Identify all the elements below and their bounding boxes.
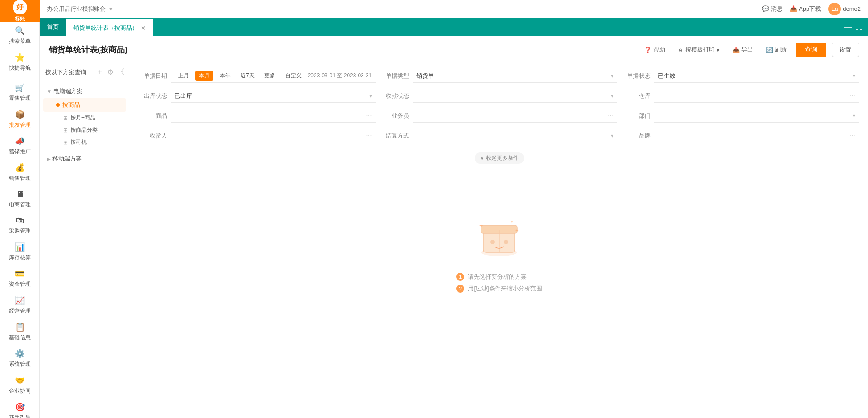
sidebar-item-quick-nav[interactable]: ⭐ 快捷导航 [0, 49, 40, 76]
sidebar-item-purchase[interactable]: 🛍 采购管理 [0, 212, 40, 238]
brand-filter[interactable]: ··· [654, 129, 859, 142]
date-btn-7days[interactable]: 近7天 [237, 71, 258, 81]
date-btn-this-year[interactable]: 本年 [216, 71, 234, 81]
sidebar-item-label: 企业协同 [9, 387, 31, 395]
app-download-label: App下载 [799, 5, 821, 13]
query-btn[interactable]: 查询 [796, 43, 826, 57]
marketing-icon: 📣 [15, 136, 25, 146]
sidebar-item-operation[interactable]: 📈 经营管理 [0, 292, 40, 318]
date-quick-btns: 上月 本月 本年 近7天 更多 自定义 [175, 71, 305, 81]
tab-home[interactable]: 首页 [40, 18, 66, 36]
quick-nav-icon: ⭐ [15, 52, 25, 62]
refresh-btn[interactable]: 🔄 刷新 [762, 44, 790, 56]
top-header: 办公用品行业模拟账套 ▾ 💬 消息 📥 App下载 Ea demo2 [40, 0, 868, 18]
sidebar-item-marketing[interactable]: 📣 营销推广 [0, 133, 40, 159]
template-print-btn[interactable]: 🖨 按模板打印 ▾ [674, 44, 723, 56]
tab-sales-stat[interactable]: 销货单统计表（按商品） ✕ [66, 19, 153, 37]
settings-btn[interactable]: 设置 [832, 43, 859, 57]
user-menu[interactable]: Ea demo2 [828, 3, 861, 15]
sidebar-item-retail[interactable]: 🛒 零售管理 [0, 79, 40, 106]
payment-status-filter[interactable]: ▾ [413, 89, 618, 103]
add-scheme-btn[interactable]: ＋ [96, 67, 104, 77]
settlement-filter[interactable]: ▾ [413, 129, 618, 142]
tree-item-by-product-category[interactable]: ⊞ 按商品分类 [43, 124, 126, 136]
sidebar-item-search[interactable]: 🔍 搜索菜单 [0, 22, 40, 49]
empty-state: ✦ ✦ ✦ 1 请先选择要分析的方案 2 [130, 173, 868, 329]
doc-status-dropdown[interactable]: ▾ [853, 73, 855, 79]
sidebar-item-label: 搜索菜单 [9, 38, 31, 45]
tree-sub-icon-grid: ⊞ [63, 115, 68, 121]
sidebar-item-sales[interactable]: 💰 销售管理 [0, 159, 40, 186]
system-icon: ⚙️ [15, 349, 25, 359]
warehouse-filter[interactable]: ··· [654, 89, 859, 103]
receiver-more-btn[interactable]: ··· [366, 132, 372, 140]
tree-item-by-month-product[interactable]: ⊞ 按月+商品 [43, 112, 126, 124]
tree-section-mobile: ▶ 移动端方案 [40, 152, 130, 166]
sales-stat-tab-label: 销货单统计表（按商品） [73, 24, 138, 32]
sidebar-item-basic[interactable]: 📋 基础信息 [0, 318, 40, 345]
department-filter[interactable]: ▾ [654, 109, 859, 123]
retail-icon: 🛒 [15, 83, 25, 93]
export-btn[interactable]: 📤 导出 [729, 44, 757, 56]
tip-text-1: 请先选择要分析的方案 [468, 273, 527, 281]
product-filter[interactable]: ··· [171, 109, 376, 123]
tree-section-mobile-header[interactable]: ▶ 移动端方案 [43, 152, 126, 166]
tree-item-by-product[interactable]: 按商品 [43, 98, 126, 112]
date-btn-custom[interactable]: 自定义 [282, 71, 305, 81]
help-btn[interactable]: ❓ 帮助 [641, 44, 669, 56]
refresh-icon: 🔄 [766, 47, 773, 53]
left-panel-actions: ＋ ⚙ 《 [96, 67, 124, 77]
app-download-icon: 📥 [790, 5, 797, 12]
department-dropdown[interactable]: ▾ [853, 113, 855, 119]
doc-type-filter[interactable]: 销货单 ▾ [413, 69, 618, 83]
collapse-label: 收起更多条件 [486, 154, 519, 162]
date-btn-last-month[interactable]: 上月 [175, 71, 193, 81]
salesperson-filter[interactable]: ··· [413, 109, 618, 123]
warehouse-label: 仓库 [623, 92, 654, 100]
date-btn-more[interactable]: 更多 [261, 71, 279, 81]
sidebar-item-label: 经营管理 [9, 307, 31, 315]
tree-item-by-cashier[interactable]: ⊞ 按司机 [43, 136, 126, 148]
date-btn-this-month[interactable]: 本月 [195, 71, 213, 81]
collapse-btn[interactable]: ∧ 收起更多条件 [475, 152, 524, 164]
tree-section-pc-header[interactable]: ▼ 电脑端方案 [43, 85, 126, 98]
page-title: 销货单统计表(按商品) [49, 44, 127, 55]
tab-minimize-icon[interactable]: — [844, 23, 852, 31]
collapse-panel-btn[interactable]: 《 [117, 67, 124, 77]
svg-text:✦: ✦ [515, 228, 519, 233]
salesperson-more-btn[interactable]: ··· [608, 112, 613, 120]
receiver-filter[interactable]: ··· [171, 129, 376, 142]
message-btn[interactable]: 💬 消息 [762, 5, 783, 13]
warehouse-more-btn[interactable]: ··· [849, 92, 855, 100]
sidebar-item-label: 资金管理 [9, 280, 31, 288]
sidebar-item-system[interactable]: ⚙️ 系统管理 [0, 345, 40, 372]
out-status-dropdown[interactable]: ▾ [369, 93, 372, 99]
sidebar-item-guide[interactable]: 🎯 新手引导 [0, 399, 40, 418]
sidebar-item-enterprise[interactable]: 🤝 企业协同 [0, 372, 40, 399]
svg-point-5 [504, 240, 508, 244]
doc-status-filter[interactable]: 已生效 ▾ [654, 69, 859, 83]
out-status-filter[interactable]: 已出库 ▾ [171, 89, 376, 103]
product-more-btn[interactable]: ··· [366, 112, 372, 120]
print-dropdown-icon[interactable]: ▾ [717, 47, 720, 53]
tab-maximize-icon[interactable]: ⛶ [855, 23, 863, 31]
doc-type-dropdown[interactable]: ▾ [611, 73, 613, 79]
settlement-dropdown[interactable]: ▾ [611, 133, 613, 139]
doc-type-label: 单据类型 [381, 72, 413, 80]
sidebar-item-finance[interactable]: 💳 资金管理 [0, 265, 40, 292]
dropdown-icon[interactable]: ▾ [109, 5, 113, 12]
sidebar-item-label: 电商管理 [9, 201, 31, 209]
brand-more-btn[interactable]: ··· [849, 132, 855, 140]
message-label: 消息 [771, 5, 783, 13]
sidebar-item-inventory[interactable]: 📊 库存核算 [0, 238, 40, 265]
sidebar-item-wholesale[interactable]: 📦 批发管理 [0, 106, 40, 133]
main-area: 办公用品行业模拟账套 ▾ 💬 消息 📥 App下载 Ea demo2 首页 [40, 0, 868, 418]
sidebar-item-label: 营销推广 [9, 148, 31, 156]
payment-status-dropdown[interactable]: ▾ [611, 93, 613, 99]
app-download-btn[interactable]: 📥 App下载 [790, 5, 821, 13]
sidebar-item-ecommerce[interactable]: 🖥 电商管理 [0, 186, 40, 212]
content-area: 销货单统计表(按商品) ❓ 帮助 🖨 按模板打印 ▾ 📤 导出 [40, 36, 868, 418]
settings-scheme-btn[interactable]: ⚙ [107, 68, 113, 76]
tab-close-icon[interactable]: ✕ [141, 24, 146, 32]
doc-type-value: 销货单 [416, 72, 434, 80]
